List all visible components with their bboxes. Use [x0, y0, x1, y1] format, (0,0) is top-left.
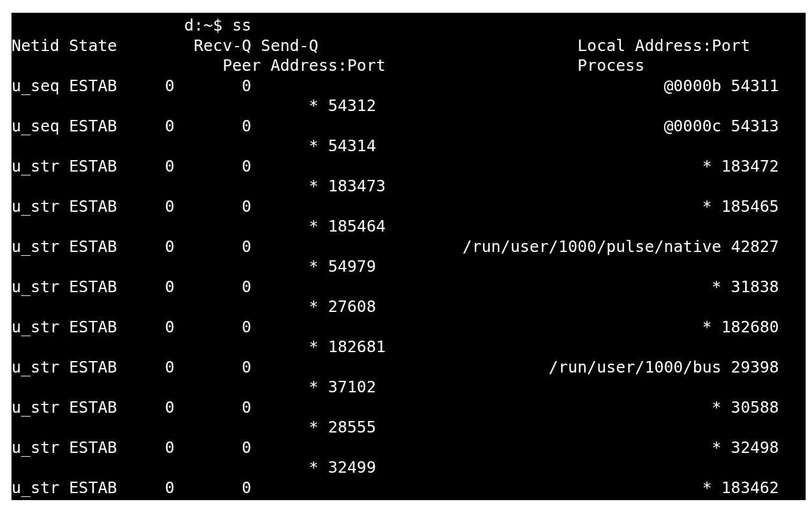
socket-row-line1: u_str ESTAB 0 0 * 31838 — [11, 277, 806, 297]
terminal-window[interactable]: d:~$ ss Netid State Recv-Q Send-Q Local … — [11, 13, 806, 500]
socket-row-line2: * 37102 — [11, 377, 806, 397]
prompt-prefix: d:~$ — [11, 16, 232, 34]
socket-row-line1: u_seq ESTAB 0 0 @0000b 54311 — [11, 76, 806, 96]
header-row-2: Peer Address:Port Process — [11, 56, 806, 76]
socket-row-line2: * 182681 — [11, 337, 806, 357]
socket-row-line2: * 27608 — [11, 297, 806, 317]
socket-row-line1: u_str ESTAB 0 0 * 183472 — [11, 156, 806, 177]
header-row-1: Netid State Recv-Q Send-Q Local Address:… — [11, 36, 806, 56]
socket-row-line2: * 28555 — [11, 417, 806, 438]
socket-row-line2: * 185464 — [11, 216, 806, 237]
socket-rows: u_seq ESTAB 0 0 @0000b 54311 * 54312u_se… — [11, 76, 806, 498]
socket-row-line2: * 183473 — [11, 176, 806, 196]
socket-row-line1: u_seq ESTAB 0 0 @0000c 54313 — [11, 116, 806, 137]
socket-row-line2: * 54979 — [11, 256, 806, 277]
socket-row-line1: u_str ESTAB 0 0 * 182680 — [11, 317, 806, 337]
prompt-line: d:~$ ss — [11, 15, 806, 36]
socket-row-line1: u_str ESTAB 0 0 /run/user/1000/bus 29398 — [11, 357, 806, 378]
socket-row-line1: u_str ESTAB 0 0 * 32498 — [11, 438, 806, 458]
socket-row-line2: * 32499 — [11, 457, 806, 478]
socket-row-line2: * 54312 — [11, 96, 806, 116]
socket-row-line1: u_str ESTAB 0 0 * 185465 — [11, 196, 806, 217]
socket-row-line2: * 54314 — [11, 136, 806, 156]
socket-row-line1: u_str ESTAB 0 0 * 30588 — [11, 397, 806, 418]
socket-row-line1: u_str ESTAB 0 0 /run/user/1000/pulse/nat… — [11, 237, 806, 257]
prompt-command: ss — [232, 16, 251, 34]
socket-row-line1: u_str ESTAB 0 0 * 183462 — [11, 478, 806, 498]
